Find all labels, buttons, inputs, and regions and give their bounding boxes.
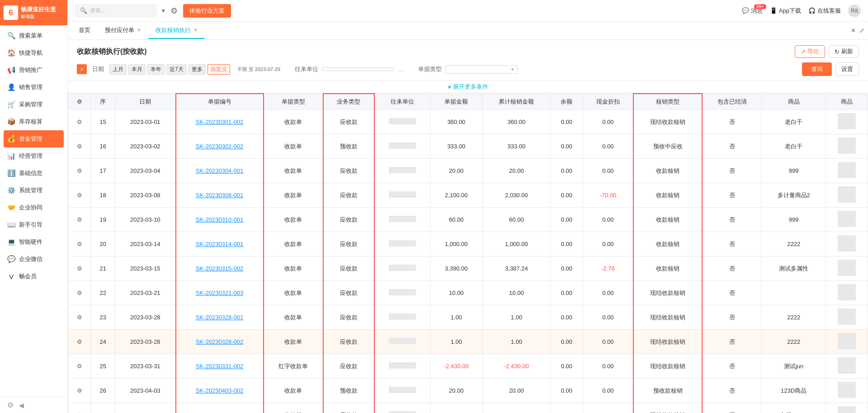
- online-service-btn[interactable]: 🎧 在线客服: [808, 7, 841, 15]
- setting-btn[interactable]: 设置: [835, 62, 859, 76]
- cell-goods-2: 999: [762, 159, 826, 183]
- sidebar-item-enterprise[interactable]: 🤝企业协同: [0, 199, 67, 216]
- cell-date-10: 2023-03-31: [115, 354, 176, 379]
- cell-biz-type-4: 应收款: [323, 208, 374, 232]
- cell-include-3: 否: [702, 183, 762, 208]
- cell-doc-no-11[interactable]: SK-20230403-002: [176, 379, 264, 403]
- date-custom-btn[interactable]: 自定义: [208, 64, 230, 75]
- cell-settings-11[interactable]: ⚙: [68, 379, 91, 403]
- col-settings-header[interactable]: ⚙: [68, 94, 91, 110]
- query-btn[interactable]: 查询: [802, 62, 832, 76]
- sidebar-item-shortcut[interactable]: 🏠快捷导航: [0, 44, 67, 62]
- tab-home[interactable]: 首页: [71, 23, 98, 39]
- unit-filter-input[interactable]: [322, 67, 394, 71]
- table-row: ⚙ 24 2023-03-28 SK-20230328-002 收款单 应收款 …: [68, 330, 868, 354]
- cell-accum-6: 3,387.24: [482, 256, 551, 281]
- cell-settings-0[interactable]: ⚙: [68, 110, 91, 134]
- cell-biz-type-10: 应收款: [323, 354, 374, 379]
- sidebar-item-purchase[interactable]: 🛒采购管理: [0, 96, 67, 113]
- industry-solution-btn[interactable]: 体验行业方案: [183, 4, 231, 18]
- topbar-gear-icon[interactable]: ⚙: [170, 6, 178, 16]
- settings-icon[interactable]: ⚙: [7, 401, 14, 409]
- cell-settings-9[interactable]: ⚙: [68, 330, 91, 354]
- cell-settings-4[interactable]: ⚙: [68, 208, 91, 232]
- cell-doc-no-6[interactable]: SK-20230315-002: [176, 256, 264, 281]
- purchase-icon: 🛒: [7, 100, 15, 109]
- cell-accum-7: 10.00: [482, 281, 551, 305]
- cell-settings-3[interactable]: ⚙: [68, 183, 91, 208]
- sidebar-item-basic[interactable]: ℹ️基础信息: [0, 165, 67, 182]
- cell-no-3: 18: [91, 183, 115, 208]
- cell-doc-no-2[interactable]: SK-20230304-001: [176, 159, 264, 183]
- messages-btn[interactable]: 💬 消息 99+: [742, 7, 763, 15]
- sidebar-item-inventory[interactable]: 📦库存核算: [0, 113, 67, 130]
- cell-settings-7[interactable]: ⚙: [68, 281, 91, 305]
- cell-doc-no-3[interactable]: SK-20230308-001: [176, 183, 264, 208]
- date-7days-btn[interactable]: 近7天: [166, 64, 187, 75]
- cell-doc-no-1[interactable]: SK-20230302-002: [176, 134, 264, 159]
- type-filter-select[interactable]: ▾: [445, 65, 518, 74]
- tab-close-all-icon[interactable]: ✕: [851, 27, 856, 34]
- cell-settings-8[interactable]: ⚙: [68, 305, 91, 330]
- cell-doc-no-5[interactable]: SK-20230314-001: [176, 232, 264, 256]
- cell-goods2-9: [826, 330, 868, 354]
- cell-doc-no-10[interactable]: SK-20230331-002: [176, 354, 264, 379]
- sidebar-label-system: 系统管理: [19, 186, 42, 195]
- cell-unit-3: [374, 183, 430, 208]
- tab-prepay-close[interactable]: ✕: [137, 27, 141, 33]
- cell-discount-7: 0.00: [583, 281, 633, 305]
- expand-conditions-btn[interactable]: ▾ 展开更多条件: [448, 83, 488, 91]
- table-row: ⚙ 15 2023-03-01 SK-20230301-002 收款单 应收款 …: [68, 110, 868, 134]
- cell-doc-no-8[interactable]: SK-20230328-001: [176, 305, 264, 330]
- tab-maximize-icon[interactable]: ⤢: [859, 27, 864, 34]
- topbar-search-box[interactable]: 🔍 搜索...: [75, 5, 156, 17]
- tab-prepay[interactable]: 预付应付单 ✕: [98, 23, 148, 39]
- date-last-month-btn[interactable]: 上月: [109, 64, 127, 75]
- sidebar-item-marketing[interactable]: 📢营销推广: [0, 62, 67, 79]
- cell-accum-4: 60.00: [482, 208, 551, 232]
- col-unit-header: 往来单位: [374, 94, 430, 110]
- cell-doc-type-5: 收款单: [264, 232, 323, 256]
- cell-settings-5[interactable]: ⚙: [68, 232, 91, 256]
- topbar-dropdown-icon[interactable]: ▾: [162, 7, 165, 14]
- cell-settings-10[interactable]: ⚙: [68, 354, 91, 379]
- sidebar-item-member[interactable]: V畅会员: [0, 268, 67, 285]
- sidebar-item-wechat[interactable]: 💬企业微信: [0, 251, 67, 268]
- cell-settings-1[interactable]: ⚙: [68, 134, 91, 159]
- sidebar-item-finance[interactable]: 💰资金管理: [4, 130, 64, 147]
- sidebar-item-hardware[interactable]: 💻智能硬件: [0, 233, 67, 251]
- cell-doc-no-7[interactable]: SK-20230321-003: [176, 281, 264, 305]
- cell-doc-no-4[interactable]: SK-20230310-001: [176, 208, 264, 232]
- date-this-year-btn[interactable]: 本年: [147, 64, 165, 75]
- cell-balance-6: 0.00: [551, 256, 583, 281]
- user-avatar[interactable]: Rit: [848, 5, 861, 17]
- cell-settings-6[interactable]: ⚙: [68, 256, 91, 281]
- sidebar-item-operations[interactable]: 📊经营管理: [0, 147, 67, 165]
- cell-amount-6: 3,390.00: [430, 256, 483, 281]
- unit-filter-dots[interactable]: ...: [398, 65, 404, 73]
- filter-toggle-btn[interactable]: »: [77, 64, 87, 74]
- tab-receipt-exec[interactable]: 收款核销执行 ✕: [148, 23, 205, 39]
- sales-icon: 👤: [7, 83, 15, 91]
- app-download-btn[interactable]: 📱 App下载: [770, 7, 801, 15]
- cell-discount-5: 0.00: [583, 232, 633, 256]
- date-this-month-btn[interactable]: 本月: [128, 64, 146, 75]
- sidebar-item-search[interactable]: 🔍搜索菜单: [0, 27, 67, 44]
- sidebar-item-system[interactable]: ⚙️系统管理: [0, 182, 67, 199]
- cell-doc-no-12[interactable]: SK-20230408-001: [176, 403, 264, 413]
- collapse-icon[interactable]: ◀: [19, 402, 24, 409]
- cell-goods2-4: [826, 208, 868, 232]
- cell-settings-2[interactable]: ⚙: [68, 159, 91, 183]
- tab-receipt-close[interactable]: ✕: [193, 27, 198, 33]
- cell-settings-12[interactable]: ⚙: [68, 403, 91, 413]
- date-more-btn[interactable]: 更多: [189, 64, 206, 75]
- refresh-btn[interactable]: ↻ 刷新: [829, 45, 859, 58]
- export-btn[interactable]: ↗ 导出: [795, 45, 825, 58]
- cell-no-0: 15: [91, 110, 115, 134]
- cell-doc-no-9[interactable]: SK-20230328-002: [176, 330, 264, 354]
- export-icon: ↗: [801, 48, 806, 55]
- sidebar-item-sales[interactable]: 👤销售管理: [0, 79, 67, 96]
- sidebar-item-guide[interactable]: 📖新手引导: [0, 216, 67, 233]
- cell-doc-no-0[interactable]: SK-20230301-002: [176, 110, 264, 134]
- cell-goods2-8: [826, 305, 868, 330]
